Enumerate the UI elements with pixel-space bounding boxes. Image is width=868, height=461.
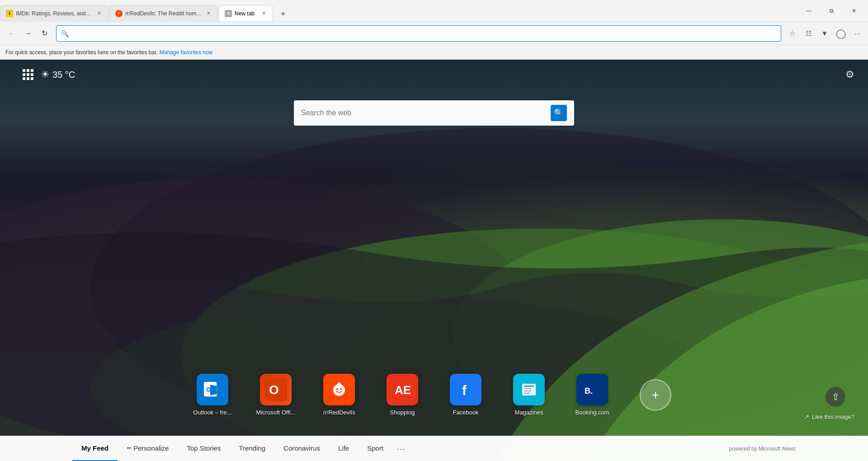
quick-link-label-reddit: /r/RedDevils bbox=[323, 409, 355, 416]
svg-text:O: O bbox=[206, 386, 211, 393]
tab-favicon-newtab: ✦ bbox=[225, 10, 232, 17]
settings-dots-button[interactable]: ⋯ bbox=[850, 26, 864, 41]
news-tab-topstories[interactable]: Top Stories bbox=[178, 436, 230, 461]
news-tab-personalize[interactable]: ✏ Personalize bbox=[118, 436, 178, 461]
minimize-button[interactable]: — bbox=[798, 4, 819, 18]
svg-rect-24 bbox=[524, 386, 534, 387]
news-tab-more-button[interactable]: ⋯ bbox=[392, 436, 410, 461]
svg-point-16 bbox=[338, 382, 340, 385]
news-tab-life-label: Life bbox=[338, 444, 349, 452]
address-actions: ☆ ☷ ▼ ◯ ⋯ bbox=[785, 26, 864, 41]
quick-links: O Outlook – fre... O Microsoft Offi... /… bbox=[185, 374, 683, 416]
profile-button[interactable]: ◯ bbox=[834, 26, 848, 41]
powered-by: powered by Microsoft News bbox=[729, 446, 796, 452]
quick-link-icon-office: O bbox=[260, 374, 292, 405]
new-tab-button[interactable]: + bbox=[276, 7, 290, 21]
expand-icon: ↗ bbox=[804, 414, 809, 420]
powered-by-text: powered by Microsoft News bbox=[729, 446, 796, 452]
favorites-bar-prompt: For quick access, place your favorites h… bbox=[5, 49, 158, 56]
quick-link-facebook[interactable]: f Facebook bbox=[439, 374, 493, 416]
quick-link-icon-reddit bbox=[323, 374, 355, 405]
tab-favicon-reddit: r bbox=[115, 10, 123, 17]
refresh-button[interactable]: ↻ bbox=[36, 25, 52, 42]
pencil-icon: ✏ bbox=[127, 445, 132, 452]
svg-rect-27 bbox=[524, 393, 530, 394]
manage-favorites-link[interactable]: Manage favorites now bbox=[160, 49, 212, 56]
top-widgets: ☀ 35 °C bbox=[23, 69, 75, 80]
quick-link-icon-facebook: f bbox=[450, 374, 481, 405]
tab-close-reddit[interactable]: ✕ bbox=[205, 10, 212, 17]
window-controls: — ⧉ ✕ bbox=[795, 0, 868, 21]
like-image-text: Like this image? bbox=[812, 414, 854, 420]
tab-title-newtab: New tab bbox=[235, 10, 257, 17]
quick-link-reddit[interactable]: /r/RedDevils bbox=[312, 374, 366, 416]
forward-button[interactable]: → bbox=[20, 25, 36, 42]
svg-text:AE: AE bbox=[395, 383, 411, 397]
like-image-button[interactable]: ↗ Like this image? bbox=[804, 414, 854, 420]
quick-link-office[interactable]: O Microsoft Offi... bbox=[249, 374, 303, 416]
add-link-icon[interactable]: + bbox=[640, 379, 671, 411]
quick-link-label-shopping: Shopping bbox=[390, 409, 415, 416]
address-input[interactable] bbox=[72, 30, 776, 37]
temperature-text: 35 °C bbox=[52, 70, 75, 80]
search-button[interactable]: 🔍 bbox=[551, 105, 567, 121]
svg-text:B.: B. bbox=[585, 386, 593, 395]
tab-close-newtab[interactable]: ✕ bbox=[260, 10, 267, 17]
favorites-bar: For quick access, place your favorites h… bbox=[0, 45, 868, 60]
quick-link-label-office: Microsoft Offi... bbox=[256, 409, 295, 416]
tab-close-imdb[interactable]: ✕ bbox=[95, 10, 103, 17]
tab-newtab[interactable]: ✦ New tab ✕ bbox=[219, 5, 273, 21]
search-box: 🔍 bbox=[294, 100, 574, 126]
news-tab-coronavirus[interactable]: Coronavirus bbox=[274, 436, 329, 461]
news-tab-topstories-label: Top Stories bbox=[187, 444, 221, 452]
address-box[interactable]: 🔍 bbox=[56, 25, 781, 42]
title-bar: i IMDb: Ratings, Reviews, and Wh... ✕ r … bbox=[0, 0, 868, 22]
tab-title-imdb: IMDb: Ratings, Reviews, and Wh... bbox=[16, 10, 93, 17]
svg-point-14 bbox=[336, 388, 338, 390]
tab-imdb[interactable]: i IMDb: Ratings, Reviews, and Wh... ✕ bbox=[0, 5, 108, 21]
scroll-up-button[interactable]: ⇧ bbox=[826, 387, 845, 407]
grid-icon[interactable] bbox=[23, 69, 33, 80]
quick-link-icon-shopping: AE bbox=[387, 374, 418, 405]
svg-rect-23 bbox=[522, 384, 536, 395]
news-tab-trending-label: Trending bbox=[239, 444, 265, 452]
svg-text:O: O bbox=[269, 383, 279, 397]
address-bar-row: ← → ↻ 🔍 ☆ ☷ ▼ ◯ ⋯ bbox=[0, 22, 868, 45]
svg-point-15 bbox=[340, 388, 342, 390]
tab-title-reddit: /r/RedDevils: The Reddit home f... bbox=[125, 10, 202, 17]
news-tab-life[interactable]: Life bbox=[329, 436, 358, 461]
quick-link-icon-outlook: O bbox=[197, 374, 228, 405]
quick-link-label-facebook: Facebook bbox=[453, 409, 478, 416]
search-container: 🔍 bbox=[294, 100, 574, 126]
downloads-button[interactable]: ▼ bbox=[817, 26, 832, 41]
quick-link-icon-magazines bbox=[513, 374, 545, 405]
svg-rect-25 bbox=[524, 388, 532, 389]
quick-link-icon-booking: B. bbox=[576, 374, 608, 405]
favorites-star-button[interactable]: ☆ bbox=[785, 26, 799, 41]
quick-link-booking[interactable]: B. Booking.com bbox=[565, 374, 619, 416]
address-search-icon: 🔍 bbox=[61, 30, 69, 37]
restore-button[interactable]: ⧉ bbox=[821, 4, 842, 18]
collections-button[interactable]: ☷ bbox=[801, 26, 816, 41]
quick-link-label-magazines: Magazines bbox=[515, 409, 543, 416]
svg-text:f: f bbox=[462, 383, 467, 398]
quick-link-add[interactable]: + bbox=[628, 379, 683, 411]
news-tab-sport[interactable]: Sport bbox=[358, 436, 392, 461]
news-tab-myfeed[interactable]: My Feed bbox=[72, 436, 118, 461]
search-input[interactable] bbox=[301, 109, 551, 117]
news-bar: My Feed ✏ Personalize Top Stories Trendi… bbox=[0, 436, 868, 461]
quick-link-shopping[interactable]: AE Shopping bbox=[375, 374, 429, 416]
settings-gear-button[interactable]: ⚙ bbox=[845, 69, 854, 80]
close-button[interactable]: ✕ bbox=[844, 4, 864, 18]
news-tab-coronavirus-label: Coronavirus bbox=[283, 444, 320, 452]
news-tab-sport-label: Sport bbox=[367, 444, 383, 452]
quick-link-magazines[interactable]: Magazines bbox=[502, 374, 556, 416]
svg-rect-26 bbox=[524, 390, 531, 391]
weather-widget: ☀ 35 °C bbox=[41, 69, 75, 80]
back-button[interactable]: ← bbox=[4, 25, 20, 42]
quick-link-outlook[interactable]: O Outlook – fre... bbox=[185, 374, 240, 416]
tab-reddit[interactable]: r /r/RedDevils: The Reddit home f... ✕ bbox=[109, 5, 218, 21]
sun-icon: ☀ bbox=[41, 69, 50, 80]
news-tab-trending[interactable]: Trending bbox=[230, 436, 274, 461]
tabs-area: i IMDb: Ratings, Reviews, and Wh... ✕ r … bbox=[0, 0, 795, 21]
